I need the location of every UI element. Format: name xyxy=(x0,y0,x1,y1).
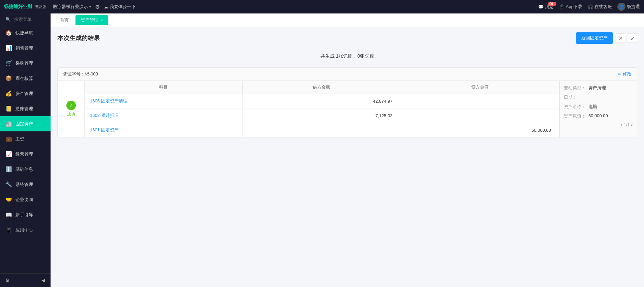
settings-icon[interactable]: ⚙ xyxy=(5,278,10,283)
sidebar-search[interactable]: 🔍 xyxy=(0,13,51,25)
sidebar-item-funds[interactable]: 💰 资金管理 xyxy=(0,86,51,101)
table-header: 科目 借方金额 贷方金额 xyxy=(85,81,559,94)
th-credit: 贷方金额 xyxy=(401,81,559,94)
sidebar-item-label: 系统管理 xyxy=(16,182,33,188)
credit-2 xyxy=(401,111,559,120)
ledger-icon: 📒 xyxy=(5,105,12,112)
message-icon: 💬 xyxy=(538,4,544,9)
result-summary: 共生成 1张凭证，0张失败 xyxy=(57,49,637,63)
panel-controls: 返回固定资产 ✕ ⤢ xyxy=(576,32,637,44)
side-panel-asset-name: 资产名称： 电脑 xyxy=(564,104,633,110)
close-panel-btn[interactable]: ✕ xyxy=(616,33,625,43)
sidebar-item-payroll[interactable]: 💼 工资 xyxy=(0,131,51,147)
sidebar: 🔍 🏠 快捷导航 📊 销售管理 🛒 采购管理 📦 库存核算 💰 xyxy=(0,13,51,287)
company-selector[interactable]: 医疗器械行业演示 ▾ xyxy=(53,4,91,10)
prev-page-btn[interactable]: < xyxy=(620,123,623,127)
sidebar-item-label: 新手引导 xyxy=(16,212,33,218)
handshake-icon: 🤝 xyxy=(5,196,12,203)
avatar: 👤 xyxy=(617,3,625,11)
subject-2[interactable]: 1602 累计折旧 xyxy=(85,108,243,123)
app-edition: 普及版 xyxy=(35,4,46,9)
voucher-edit-btn[interactable]: ✏ 修改 xyxy=(618,71,632,77)
voucher-table: 科目 借方金额 贷方金额 1606 固定资产清理 42,874.97 xyxy=(85,81,559,137)
sidebar-item-label: 总账管理 xyxy=(16,106,33,112)
sidebar-item-cooperation[interactable]: 🤝 企业协同 xyxy=(0,192,51,207)
sidebar-item-business[interactable]: 📈 经营管理 xyxy=(0,147,51,162)
sidebar-item-label: 固定资产 xyxy=(16,121,33,127)
search-input[interactable] xyxy=(14,17,45,22)
tab-home[interactable]: 首页 xyxy=(55,15,74,25)
sidebar-item-purchase[interactable]: 🛒 采购管理 xyxy=(0,56,51,71)
asset-value-value: 50,000.00 xyxy=(588,113,608,119)
top-header: 畅捷通好业财 普及版 医疗器械行业演示 ▾ ⚙ ☁ 我要体验一下 💬 消息 99… xyxy=(0,0,644,13)
next-page-btn[interactable]: > xyxy=(631,123,633,127)
subject-3[interactable]: 1601 固定资产 xyxy=(85,123,243,137)
sidebar-item-label: 基础信息 xyxy=(16,166,33,172)
success-text: 成功 xyxy=(67,111,75,117)
app-download-btn[interactable]: 📱 App下载 xyxy=(559,4,582,10)
side-panel-change-type: 变动类型： 资产清理 xyxy=(564,85,633,91)
sidebar-scroll: 🔍 🏠 快捷导航 📊 销售管理 🛒 采购管理 📦 库存核算 💰 xyxy=(0,13,51,273)
sidebar-item-guide[interactable]: 📖 新手引导 xyxy=(0,207,51,222)
side-panel-asset-value: 资产原值： 50,000.00 xyxy=(564,113,633,119)
voucher-number: 凭证字号：记-003 xyxy=(63,71,98,77)
sidebar-footer: ⚙ ◀ xyxy=(0,273,51,287)
sidebar-item-label: 资金管理 xyxy=(16,91,33,97)
sidebar-item-quick-nav[interactable]: 🏠 快捷导航 xyxy=(0,25,51,40)
page-header: 本次生成的结果 返回固定资产 ✕ ⤢ xyxy=(57,32,637,44)
change-type-label: 变动类型： xyxy=(564,85,586,91)
edit-icon: ✏ xyxy=(618,72,621,77)
analytics-icon: 📈 xyxy=(5,151,12,157)
sidebar-item-label: 工资 xyxy=(16,136,24,142)
main-layout: 🔍 🏠 快捷导航 📊 销售管理 🛒 采购管理 📦 库存核算 💰 xyxy=(0,13,644,287)
subject-1[interactable]: 1606 固定资产清理 xyxy=(85,94,243,108)
app-icon: 📱 xyxy=(5,227,12,233)
expand-panel-btn[interactable]: ⤢ xyxy=(628,33,637,43)
side-detail-panel: 变动类型： 资产清理 日期： 资产名称： 电脑 资产原值： xyxy=(559,81,637,137)
building-icon: 🏢 xyxy=(5,121,12,127)
notification-badge: 99+ xyxy=(548,2,556,6)
sidebar-item-app-center[interactable]: 📱 应用中心 xyxy=(0,222,51,237)
collapse-sidebar-btn[interactable]: ◀ xyxy=(41,278,45,283)
cart-icon: 🛒 xyxy=(5,60,12,66)
headset-icon: 🎧 xyxy=(588,4,593,9)
sidebar-item-sales[interactable]: 📊 销售管理 xyxy=(0,40,51,56)
success-icon: ✓ xyxy=(66,101,76,110)
sidebar-item-system[interactable]: 🔧 系统管理 xyxy=(0,177,51,192)
sidebar-item-label: 采购管理 xyxy=(16,60,33,66)
page-indicator: 1/1 xyxy=(624,123,631,127)
debit-1: 42,874.97 xyxy=(243,95,401,108)
notifications-btn[interactable]: 💬 消息 99+ xyxy=(538,4,554,10)
return-fixed-assets-button[interactable]: 返回固定资产 xyxy=(576,32,613,44)
tab-close-btn[interactable]: × xyxy=(100,18,103,23)
sidebar-item-label: 经营管理 xyxy=(16,151,33,157)
chart-icon: 📊 xyxy=(5,45,12,51)
sidebar-item-label: 库存核算 xyxy=(16,75,33,82)
company-name: 医疗器械行业演示 xyxy=(53,4,88,10)
sidebar-item-fixed-assets[interactable]: 🏢 固定资产 xyxy=(0,116,51,131)
online-service-btn[interactable]: 🎧 在线客服 xyxy=(588,4,612,10)
wrench-icon: 🔧 xyxy=(5,181,12,188)
tab-asset-mgmt[interactable]: 资产管理 × xyxy=(75,15,108,25)
voucher-header: 凭证字号：记-003 ✏ 修改 xyxy=(58,68,637,81)
user-menu[interactable]: 👤 畅捷通 xyxy=(617,3,640,11)
experience-button[interactable]: ☁ 我要体验一下 xyxy=(104,4,136,10)
sidebar-item-basic-info[interactable]: ℹ️ 基础信息 xyxy=(0,162,51,177)
th-subject: 科目 xyxy=(85,81,243,94)
header-center: 医疗器械行业演示 ▾ ⚙ ☁ 我要体验一下 xyxy=(46,2,538,11)
book-icon: 📖 xyxy=(5,212,12,218)
settings-icon[interactable]: ⚙ xyxy=(94,2,101,11)
sidebar-item-ledger[interactable]: 📒 总账管理 xyxy=(0,101,51,116)
sidebar-item-inventory[interactable]: 📦 库存核算 xyxy=(0,71,51,86)
debit-2: 7,125.03 xyxy=(243,109,401,122)
cloud-icon: ☁ xyxy=(104,4,108,9)
voucher-card: 凭证字号：记-003 ✏ 修改 ✓ 成功 xyxy=(57,67,637,137)
th-debit: 借方金额 xyxy=(243,81,401,94)
side-panel-date: 日期： xyxy=(564,94,633,100)
sidebar-item-label: 应用中心 xyxy=(16,227,33,233)
change-type-value: 资产清理 xyxy=(588,85,606,91)
asset-value-label: 资产原值： xyxy=(564,113,586,119)
header-right-actions: 💬 消息 99+ 📱 App下载 🎧 在线客服 👤 畅捷通 xyxy=(538,3,640,11)
voucher-content: ✓ 成功 科目 借方金额 贷方金额 xyxy=(58,81,637,137)
info-icon: ℹ️ xyxy=(5,166,12,172)
